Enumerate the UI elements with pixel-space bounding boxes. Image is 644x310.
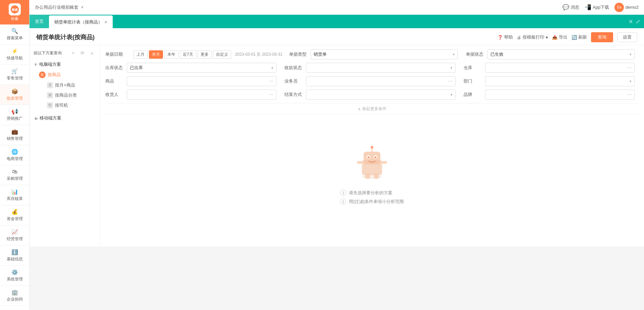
collapse-panel-btn[interactable]: « [88,49,96,57]
tree-desktop-header[interactable]: ▼ 电脑端方案 [30,59,100,69]
industry-dropdown-icon[interactable]: ▾ [81,5,84,10]
brand-select[interactable]: ··· [485,90,635,100]
doctype-select[interactable]: 销货单 ▾ [311,49,458,59]
retail-icon: 🛒 [11,68,18,74]
tab-report[interactable]: 销货单统计表（按商品） ✕ [49,15,113,29]
purchase-icon: 🛍 [12,169,17,175]
svg-text:畅捷: 畅捷 [12,8,18,11]
tip-num-2: 2 [340,199,346,205]
sidebar-item-basic[interactable]: ℹ️ 基础信息 [0,246,29,266]
sidebar-item-enterprise[interactable]: 🏢 企业协同 [0,286,29,306]
top-bar: 办公用品行业模拟账套 ▾ 💬 消息 📲 App下载 Ea demo2 [30,0,644,15]
sidebar-item-marketing[interactable]: 📢 营销推广 [0,105,29,125]
date-btn-last-month[interactable]: 上月 [133,50,148,59]
finance-icon: 💰 [11,209,18,215]
tree-desktop-section: ▼ 电脑端方案 按 按商品 月 按月+商品 类 [30,58,100,112]
enterprise-icon: 🏢 [11,289,18,296]
sidebar-item-finance[interactable]: 💰 资金管理 [0,205,29,225]
sub-icon-month: 月 [47,82,53,88]
main-wrapper: 办公用品行业模拟账套 ▾ 💬 消息 📲 App下载 Ea demo2 首页 [30,0,644,310]
top-bar-left: 办公用品行业模拟账套 ▾ [35,4,84,10]
tab-bar-actions: ✕ ⤢ [629,18,644,25]
tab-minimize-icon[interactable]: ✕ [629,18,633,25]
svg-point-7 [368,157,370,158]
department-label: 部门 [464,78,484,84]
tree-item-by-product[interactable]: 按 按商品 [30,69,100,80]
sidebar-item-label: 资金管理 [7,216,23,222]
sidebar-item-inventory[interactable]: 📊 库存核算 [0,185,29,205]
sidebar-item-retail[interactable]: 🛒 零售管理 [0,65,29,85]
brand-dots-icon[interactable]: ··· [627,92,632,98]
date-range-text: 2023-03-01 至 2023-03-31 [235,52,282,57]
filter-row-1: 单据日期 上月 本月 本年 近7天 更多 自定义 2023-03-01 至 20… [105,49,639,59]
docstatus-select[interactable]: 已生效 ▾ [487,49,635,59]
tree-mobile-header[interactable]: ▶ 移动端方案 [30,113,100,123]
filter-row-2: 出库状态 已出库 ▾ 收款状态 ▾ [105,63,639,73]
filter-cell-department: 部门 ▾ [464,76,635,86]
product-dots-icon[interactable]: ··· [269,78,273,84]
tab-bar: 首页 销货单统计表（按商品） ✕ ✕ ⤢ [30,15,644,28]
collapse-bar[interactable]: ∧ 收起更多条件 [105,103,639,114]
product-select[interactable]: ··· [127,76,276,86]
svg-point-8 [375,157,376,158]
sidebar-item-label: 电商管理 [7,156,23,162]
sidebar-item-ecommerce[interactable]: 🌐 电商管理 [0,145,29,165]
tree-item-by-month-product[interactable]: 月 按月+商品 [30,80,100,90]
sidebar-item-search-menu[interactable]: 🔍 搜索菜单 [0,24,29,45]
sidebar-item-sales[interactable]: 💼 销售管理 [0,125,29,145]
add-scheme-btn[interactable]: ＋ [69,49,77,57]
payment-select[interactable]: ▾ [306,63,455,73]
sidebar-item-label: 批发管理 [7,96,23,101]
top-bar-right: 💬 消息 📲 App下载 Ea demo2 [562,3,639,12]
tab-home[interactable]: 首页 [30,15,49,28]
export-btn[interactable]: 📤 导出 [552,34,568,40]
sidebar-item-label: 零售管理 [7,75,23,81]
warehouse-select[interactable]: ··· [485,63,635,73]
date-btn-more[interactable]: 更多 [198,50,212,59]
svg-point-10 [371,146,373,149]
sidebar-item-wholesale[interactable]: 📦 批发管理 [0,85,29,105]
recipient-select[interactable]: ··· [127,90,276,100]
settlement-select[interactable]: ▾ [306,90,455,100]
industry-label: 办公用品行业模拟账套 [35,4,78,10]
tab-maximize-icon[interactable]: ⤢ [636,18,640,25]
refresh-btn[interactable]: 🔄 刷新 [572,34,587,40]
filter-date-group: 上月 本月 本年 近7天 更多 自定义 2023-03-01 至 2023-03… [133,50,282,59]
help-btn[interactable]: ❓ 帮助 [497,34,513,40]
date-btn-this-year[interactable]: 本年 [164,50,178,59]
sidebar-item-operations[interactable]: 📈 经营管理 [0,225,29,246]
tree-sub-label: 按商品分类 [55,92,77,98]
department-select[interactable]: ▾ [485,76,635,86]
svg-rect-12 [382,161,387,164]
user-profile[interactable]: Ea demo2 [614,3,639,12]
warehouse-dots-icon[interactable]: ··· [627,65,632,71]
collapse-label: 收起更多条件 [362,106,386,112]
app-download-btn[interactable]: 📲 App下载 [585,4,609,10]
sidebar-item-quick-nav[interactable]: ⚡ 快捷导航 [0,45,29,65]
tree-item-by-machine[interactable]: 司 按司机 [30,100,100,110]
docstatus-arrow-icon: ▾ [630,52,632,57]
operations-icon: 📈 [11,229,18,235]
filter-cell-outstatus: 出库状态 已出库 ▾ [105,63,276,73]
settings-btn[interactable]: 设置 [617,32,637,42]
sidebar-item-system[interactable]: ⚙️ 系统管理 [0,266,29,286]
outstatus-select[interactable]: 已出库 ▾ [127,63,276,73]
query-btn[interactable]: 查询 [591,32,613,42]
sidebar-item-purchase[interactable]: 🛍 采购管理 [0,165,29,185]
salesman-dots-icon[interactable]: ··· [448,78,452,84]
recipient-dots-icon[interactable]: ··· [269,92,273,98]
date-btn-this-month[interactable]: 本月 [149,50,163,59]
tree-item-by-product-category[interactable]: 类 按商品分类 [30,90,100,100]
salesman-select[interactable]: ··· [306,76,455,86]
date-btn-custom[interactable]: 自定义 [213,50,231,59]
sidebar-item-label: 系统管理 [7,276,23,282]
sidebar-item-newbie[interactable]: 🎓 新手引导 [0,306,29,310]
message-btn[interactable]: 💬 消息 [562,4,579,10]
tab-close-icon[interactable]: ✕ [104,20,107,24]
refresh-scheme-btn[interactable]: ⟳ [79,49,86,57]
date-btn-7days[interactable]: 近7天 [180,50,196,59]
template-print-btn[interactable]: 🖨 按模板打印 ▾ [517,34,548,40]
page-header-actions: ❓ 帮助 🖨 按模板打印 ▾ 📤 导出 🔄 刷新 [497,32,637,42]
app-download-label: App下载 [593,4,609,10]
outstatus-arrow-icon: ▾ [271,66,273,70]
